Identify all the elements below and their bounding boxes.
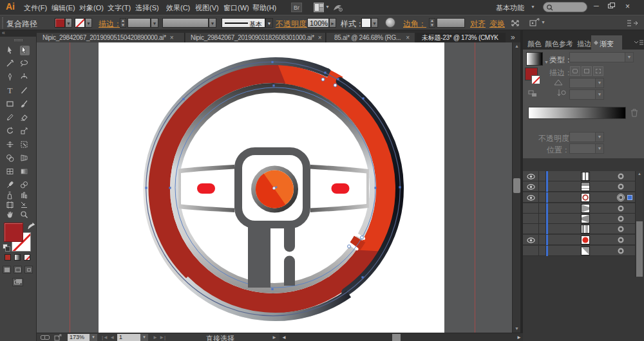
svg-text:T: T (8, 86, 13, 95)
